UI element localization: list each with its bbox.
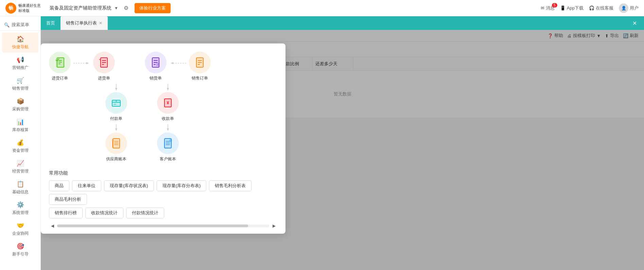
arrow-payment-down (105, 124, 127, 131)
arrow-purchase-order-to-bill (73, 61, 90, 65)
main-layout: 🔍 搜索菜单 🏠 快捷导航 📢 营销推广 🛒 销售管理 📦 采购管理 📊 库存核… (0, 16, 644, 270)
flow-node-purchase-order[interactable]: 进货订单 (49, 52, 71, 81)
sidebar-item-enterprise[interactable]: 🤝 企业协同 (2, 219, 38, 239)
func-btn-sales-rank[interactable]: 销售排行榜 (49, 208, 83, 218)
flow-node-sales-bill[interactable]: 销货单 (145, 52, 167, 81)
svg-marker-26 (115, 88, 117, 91)
flow-node-receipt[interactable]: ¥ 收款单 (157, 92, 179, 122)
tab-home[interactable]: 首页 (41, 16, 60, 30)
user-button[interactable]: 👤 用户 (619, 3, 639, 13)
experience-button[interactable]: 体验行业方案 (135, 3, 171, 13)
sidebar-item-inventory[interactable]: 📊 库存核算 (2, 115, 38, 136)
supplier-ledger-icon (105, 132, 127, 154)
marketing-icon: 📢 (17, 56, 24, 64)
arrow-purchase-bill-down (105, 84, 127, 91)
svg-rect-17 (156, 63, 159, 66)
content-area: 首页 销售订单执行表 ✕ ✕ ❓ 帮助 🖨 (41, 16, 644, 270)
sidebar-item-quick-nav[interactable]: 🏠 快捷导航 (2, 33, 38, 53)
svg-point-52 (169, 139, 172, 142)
common-functions-title: 常用功能 (49, 170, 277, 176)
svg-marker-19 (171, 62, 173, 64)
tab-sales-order[interactable]: 销售订单执行表 ✕ (60, 16, 108, 30)
func-btn-stock-dist[interactable]: 现存量(库存分布表) (157, 180, 207, 191)
sidebar-item-purchase[interactable]: 📦 采购管理 (2, 95, 38, 115)
arrow-receipt-down (157, 124, 179, 131)
app-download-button[interactable]: 📱 App下载 (560, 5, 584, 11)
func-btn-product[interactable]: 商品 (49, 180, 69, 191)
svg-marker-38 (115, 128, 117, 131)
sales-icon: 🛒 (17, 77, 24, 84)
purchase-order-icon (49, 52, 71, 73)
scroll-bar[interactable] (57, 224, 269, 227)
func-btn-payment-stats[interactable]: 付款情况统计 (126, 208, 164, 218)
user-avatar: 👤 (619, 3, 628, 13)
func-btn-product-profit[interactable]: 商品毛利分析 (49, 194, 87, 205)
func-btn-sales-profit[interactable]: 销售毛利分析表 (209, 180, 251, 191)
message-button[interactable]: ✉ 消息 5 (541, 5, 555, 11)
customer-ledger-icon (157, 132, 179, 154)
message-icon: ✉ (541, 5, 544, 11)
function-buttons-row-1: 商品 往来单位 现存量(库存状况表) 现存量(库存分布表) 销售毛利分析表 商品… (49, 180, 277, 205)
svg-rect-46 (112, 139, 114, 147)
home-icon: 🏠 (17, 35, 24, 43)
modal-overlay[interactable]: 进货订单 (41, 30, 644, 270)
tab-bar: 首页 销售订单执行表 ✕ ✕ (41, 16, 644, 30)
system-dropdown-icon[interactable]: ▼ (114, 6, 118, 11)
logo-area: 畅 畅康通好生意 标准版 (5, 3, 46, 14)
flow-node-supplier-ledger[interactable]: 供应商账本 (105, 132, 127, 162)
search-icon: 🔍 (4, 22, 10, 28)
settings-icon[interactable]: ⚙ (124, 5, 128, 11)
scroll-left-icon[interactable]: ◀ (49, 222, 56, 229)
sales-bill-icon (145, 52, 167, 73)
sidebar-item-sales[interactable]: 🛒 销售管理 (2, 74, 38, 94)
scroll-thumb (57, 224, 248, 227)
newbie-icon: 🎯 (17, 242, 24, 250)
window-close-icon[interactable]: ✕ (630, 19, 639, 27)
inventory-icon: 📊 (17, 118, 24, 126)
sales-order-icon (189, 52, 211, 73)
business-icon: 📈 (17, 160, 24, 167)
online-service-button[interactable]: 🎧 在线客服 (589, 5, 613, 11)
system-title: 装备及固定资产辅助管理系统 (50, 5, 111, 11)
tab-bar-right: ✕ (630, 19, 644, 27)
search-menu[interactable]: 🔍 搜索菜单 (0, 19, 40, 31)
func-btn-receipt-stats[interactable]: 收款情况统计 (85, 208, 123, 218)
sidebar-item-marketing[interactable]: 📢 营销推广 (2, 53, 38, 73)
function-buttons-row-2: 销售排行榜 收款情况统计 付款情况统计 (49, 208, 277, 218)
logo-text: 畅康通好生意 标准版 (18, 3, 41, 13)
flow-diagram: 进货订单 (49, 52, 277, 162)
tab-close-icon[interactable]: ✕ (99, 21, 102, 25)
flow-node-customer-ledger[interactable]: 客户账本 (157, 132, 179, 162)
payment-icon: ¥ (105, 92, 127, 114)
scroll-row: ◀ ▶ (49, 222, 277, 229)
receipt-icon: ¥ (157, 92, 179, 114)
svg-marker-40 (167, 128, 169, 131)
sidebar-item-system[interactable]: ⚙️ 系统管理 (2, 198, 38, 218)
sidebar-item-newbie[interactable]: 🎯 新手引导 (2, 240, 38, 260)
arrow-sales-bill-down (157, 84, 179, 91)
headset-icon: 🎧 (589, 5, 594, 11)
enterprise-icon: 🤝 (17, 222, 24, 229)
arrow-sales-order-to-bill (169, 61, 186, 65)
sidebar: 🔍 搜索菜单 🏠 快捷导航 📢 营销推广 🛒 销售管理 📦 采购管理 📊 库存核… (0, 16, 41, 270)
logo-icon: 畅 (5, 3, 16, 14)
func-btn-stock-status[interactable]: 现存量(库存状况表) (104, 180, 154, 191)
svg-rect-32 (114, 104, 116, 105)
svg-marker-28 (167, 88, 169, 91)
message-badge: 5 (552, 3, 557, 7)
svg-text:¥: ¥ (167, 101, 169, 105)
sidebar-item-basic[interactable]: 📋 基础信息 (2, 178, 38, 198)
svg-rect-41 (113, 139, 120, 148)
flow-node-purchase-bill[interactable]: 进货单 (93, 52, 115, 81)
func-btn-counterpart[interactable]: 往来单位 (72, 180, 101, 191)
sidebar-item-business[interactable]: 📈 经营管理 (2, 157, 38, 177)
flow-node-payment[interactable]: ¥ 付款单 (105, 92, 127, 122)
finance-icon: 💰 (17, 139, 24, 146)
purchase-icon: 📦 (17, 97, 24, 105)
svg-text:¥: ¥ (116, 100, 117, 102)
quick-guide-modal: 进货订单 (41, 43, 285, 234)
system-icon: ⚙️ (17, 201, 24, 209)
scroll-right-icon[interactable]: ▶ (271, 222, 277, 229)
sidebar-item-finance[interactable]: 💰 资金管理 (2, 136, 38, 156)
flow-node-sales-order[interactable]: 销售订单 (189, 52, 211, 81)
